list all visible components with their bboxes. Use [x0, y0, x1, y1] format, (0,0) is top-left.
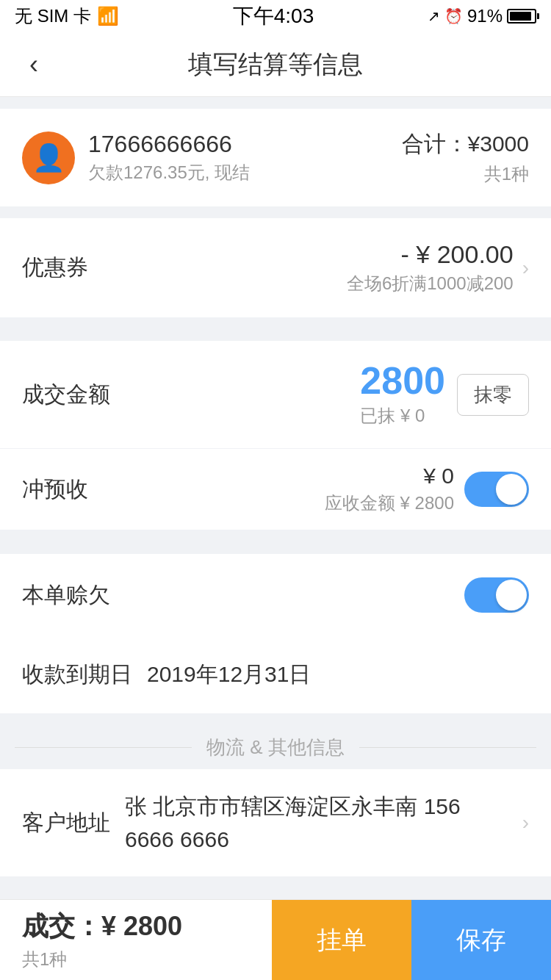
bottom-deal-label: 成交：	[22, 911, 101, 941]
deal-amount-right: 2800 已抹 ¥ 0 抹零	[360, 361, 529, 428]
carrier-text: 无 SIM 卡	[15, 4, 91, 28]
page-header: ‹ 填写结算等信息	[0, 32, 551, 97]
back-button[interactable]: ‹	[18, 48, 50, 81]
customer-debt: 欠款1276.35元, 现结	[88, 161, 250, 184]
divider-2	[0, 317, 551, 329]
debt-section: 本单赊欠 收款到期日 2019年12月31日	[0, 554, 551, 713]
page-title: 填写结算等信息	[188, 48, 363, 82]
hang-order-button[interactable]: 挂单	[272, 900, 411, 981]
divider-3	[0, 530, 551, 542]
total-amount: 合计：¥3000	[402, 129, 529, 159]
prepay-row: 冲预收 ¥ 0 应收金额 ¥ 2800	[0, 449, 551, 530]
coupon-desc: 全场6折满1000减200	[347, 272, 514, 295]
avatar-icon: 👤	[32, 143, 65, 173]
toggle-knob	[496, 474, 527, 505]
chevron-right-icon: ›	[522, 256, 529, 280]
customer-left: 👤 17666666666 欠款1276.35元, 现结	[22, 131, 250, 184]
debt-toggle-knob	[496, 580, 527, 610]
alarm-icon: ⏰	[444, 7, 463, 25]
coupon-row[interactable]: 优惠券 - ¥ 200.00 全场6折满1000减200 ›	[0, 218, 551, 317]
customer-card: 👤 17666666666 欠款1276.35元, 现结 合计：¥3000 共1…	[0, 109, 551, 206]
deal-amount-value: 2800	[360, 361, 445, 400]
customer-right: 合计：¥3000 共1种	[402, 129, 529, 186]
address-chevron-icon: ›	[522, 811, 529, 835]
deal-amount-label: 成交金额	[22, 380, 110, 410]
battery-icon	[507, 9, 536, 24]
logistics-line-right	[359, 747, 536, 748]
debt-toggle[interactable]	[464, 577, 529, 613]
round-zero-button[interactable]: 抹零	[457, 374, 529, 416]
status-time: 下午4:03	[233, 2, 314, 30]
address-label: 客户地址	[22, 808, 110, 838]
address-row[interactable]: 客户地址 张 北京市市辖区海淀区永丰南 156 6666 6666 ›	[0, 769, 551, 876]
deal-amount-sub: 已抹 ¥ 0	[360, 404, 445, 428]
coupon-section: 优惠券 - ¥ 200.00 全场6折满1000减200 ›	[0, 218, 551, 317]
due-date-row: 收款到期日 2019年12月31日	[0, 636, 551, 713]
prepay-label: 冲预收	[22, 475, 88, 505]
due-date-label: 收款到期日	[22, 660, 132, 690]
deal-section: 成交金额 2800 已抹 ¥ 0 抹零 冲预收 ¥ 0 应收金额 ¥ 2800	[0, 341, 551, 530]
logistics-line-left	[15, 747, 192, 748]
battery-percent: 91%	[467, 6, 503, 26]
bottom-deal-amount: ¥ 2800	[101, 911, 182, 941]
logistics-label: 物流 & 其他信息	[206, 735, 345, 760]
status-left: 无 SIM 卡 📶	[15, 4, 119, 28]
prepay-sub: 应收金额 ¥ 2800	[325, 491, 454, 515]
debt-label: 本单赊欠	[22, 580, 110, 610]
address-section: 客户地址 张 北京市市辖区海淀区永丰南 156 6666 6666 ›	[0, 769, 551, 876]
status-right: ↗ ⏰ 91%	[428, 6, 536, 26]
prepay-amount: ¥ 0	[325, 464, 454, 489]
debt-row: 本单赊欠	[0, 554, 551, 636]
logistics-divider: 物流 & 其他信息	[0, 725, 551, 769]
due-date-value: 2019年12月31日	[147, 660, 311, 690]
coupon-discount: - ¥ 200.00	[347, 240, 514, 269]
divider-1	[0, 206, 551, 218]
total-count: 共1种	[402, 162, 529, 186]
save-button[interactable]: 保存	[411, 900, 551, 981]
deal-amount-row: 成交金额 2800 已抹 ¥ 0 抹零	[0, 341, 551, 449]
wifi-icon: 📶	[97, 6, 119, 26]
coupon-right: - ¥ 200.00 全场6折满1000减200 ›	[347, 240, 529, 295]
address-value: 张 北京市市辖区海淀区永丰南 156 6666 6666	[125, 790, 515, 856]
bottom-count: 共1种	[22, 948, 250, 971]
avatar: 👤	[22, 131, 75, 184]
coupon-label: 优惠券	[22, 253, 88, 283]
customer-phone: 17666666666	[88, 131, 250, 158]
location-icon: ↗	[428, 7, 440, 25]
bottom-summary: 成交：¥ 2800 共1种	[0, 909, 272, 971]
bottom-deal-row: 成交：¥ 2800	[22, 909, 250, 945]
prepay-toggle[interactable]	[464, 472, 529, 507]
prepay-right: ¥ 0 应收金额 ¥ 2800	[325, 464, 529, 515]
bottom-bar: 成交：¥ 2800 共1种 挂单 保存	[0, 899, 551, 980]
status-bar: 无 SIM 卡 📶 下午4:03 ↗ ⏰ 91%	[0, 0, 551, 32]
customer-info: 17666666666 欠款1276.35元, 现结	[88, 131, 250, 184]
